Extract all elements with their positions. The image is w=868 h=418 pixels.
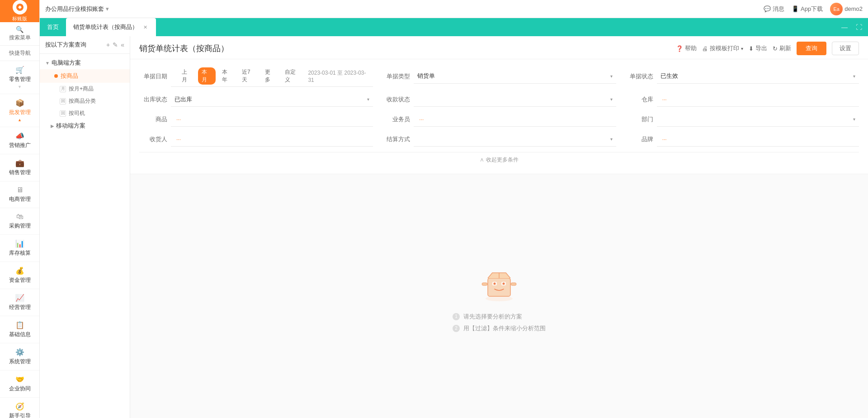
sidebar-item-marketing[interactable]: 📣 营销推广 xyxy=(0,127,39,154)
sidebar-item-system[interactable]: ⚙️ 系统管理 xyxy=(0,343,39,370)
svg-point-8 xyxy=(503,282,505,285)
help-btn[interactable]: ❓ 帮助 xyxy=(676,44,697,52)
filter-row-1: 单据日期 上月 本月 本年 近7天 更多 自定义 2023-03-01 至 20… xyxy=(139,66,859,87)
sidebar-item-operation[interactable]: 📈 经营管理 xyxy=(0,289,39,316)
tab-home[interactable]: 首页 xyxy=(40,18,66,36)
sidebar-item-enterprise[interactable]: 🤝 企业协同 xyxy=(0,370,39,398)
add-scheme-btn[interactable]: + xyxy=(106,41,110,48)
payment-control[interactable]: ▾ xyxy=(414,92,616,107)
brand-ellipsis-icon[interactable]: ··· xyxy=(662,136,667,142)
tree-item-by-month-product[interactable]: 月 按月+商品 xyxy=(40,83,130,95)
tip-text-1: 请先选择要分析的方案 xyxy=(463,313,522,321)
order-type-value: 销货单 xyxy=(417,72,435,80)
filter-row-4: 收货人 ··· 结算方式 ▾ 品牌 ··· xyxy=(139,132,859,147)
sidebar-item-purchase[interactable]: 🛍 采购管理 xyxy=(0,208,39,235)
quick-nav[interactable]: 快捷导航 xyxy=(0,46,39,61)
warehouse-ellipsis-icon[interactable]: ··· xyxy=(662,96,667,103)
order-status-control[interactable]: 已生效 ▾ xyxy=(657,69,859,84)
sidebar-item-finance[interactable]: 💰 资金管理 xyxy=(0,262,39,289)
refresh-btn[interactable]: ↻ 刷新 xyxy=(773,44,791,52)
page-actions: ❓ 帮助 🖨 按模板打印 ▾ ⬇ 导出 ↻ 刷新 xyxy=(676,42,859,55)
export-btn[interactable]: ⬇ 导出 xyxy=(749,44,767,52)
brand-control[interactable]: ··· xyxy=(657,132,859,147)
receiver-ellipsis-icon[interactable]: ··· xyxy=(176,136,181,142)
guide-icon: 🧭 xyxy=(15,402,24,411)
sidebar-item-label: 基础信息 xyxy=(9,331,31,338)
sidebar-item-label: 资金管理 xyxy=(9,276,31,284)
search-label: 搜索菜单 xyxy=(9,34,31,41)
order-status-value: 已生效 xyxy=(660,72,678,80)
tree-item-by-category[interactable]: 回 按商品分类 xyxy=(40,95,130,107)
tab-sales-stats[interactable]: 销货单统计表（按商品） ✕ xyxy=(66,18,156,36)
query-btn[interactable]: 查询 xyxy=(797,42,826,55)
sidebar-item-basic[interactable]: 📋 基础信息 xyxy=(0,316,39,343)
logo-icon xyxy=(13,0,27,14)
settle-control[interactable]: ▾ xyxy=(414,132,616,147)
tab-close-icon[interactable]: ✕ xyxy=(142,24,149,31)
app-logo: 标账版 xyxy=(0,0,40,22)
message-btn[interactable]: 💬 消息 xyxy=(764,5,784,13)
date-range: 2023-03-01 至 2023-03-31 xyxy=(308,69,369,83)
last-7days-btn[interactable]: 近7天 xyxy=(238,67,259,85)
sidebar-item-label: 销售管理 xyxy=(9,169,31,176)
topbar-right: 💬 消息 📱 App下载 Ea demo2 xyxy=(764,3,863,15)
brand-label: 品牌 xyxy=(625,135,657,143)
salesman-control[interactable]: ··· xyxy=(414,112,616,127)
goods-control[interactable]: ··· xyxy=(171,112,373,127)
app-download-btn[interactable]: 📱 App下载 xyxy=(792,5,823,13)
tab-minimize-btn[interactable]: — xyxy=(839,22,850,33)
sidebar-item-sales[interactable]: 💼 销售管理 xyxy=(0,154,39,181)
collapse-filter-btn[interactable]: ∧ 收起更多条件 xyxy=(139,152,859,167)
tree-item-by-driver[interactable]: 回 按司机 xyxy=(40,107,130,119)
sidebar-item-label: 电商管理 xyxy=(9,195,31,203)
sidebar-item-inventory[interactable]: 📊 库存核算 xyxy=(0,235,39,262)
system-icon: ⚙️ xyxy=(15,348,24,356)
current-month-btn[interactable]: 本月 xyxy=(198,67,215,85)
print-btn[interactable]: 🖨 按模板打印 ▾ xyxy=(702,44,743,52)
edit-scheme-btn[interactable]: ✎ xyxy=(113,41,118,48)
stock-dropdown-icon: ▾ xyxy=(367,97,369,102)
empty-tips: 1 请先选择要分析的方案 2 用【过滤】条件来缩小分析范围 xyxy=(453,313,546,332)
current-year-btn[interactable]: 本年 xyxy=(218,67,236,85)
tree-item-by-product[interactable]: 按商品 xyxy=(40,69,130,83)
order-type-control[interactable]: 销货单 ▾ xyxy=(414,69,616,84)
empty-tip-1: 1 请先选择要分析的方案 xyxy=(453,313,546,321)
sidebar-item-retail[interactable]: 🛒 零售管理 ▼ xyxy=(0,61,39,94)
goods-ellipsis-icon[interactable]: ··· xyxy=(176,116,181,123)
retail-icon: 🛒 xyxy=(15,66,24,74)
inventory-icon: 📊 xyxy=(15,239,24,248)
stock-control[interactable]: 已出库 ▾ xyxy=(171,92,373,107)
stock-value: 已出库 xyxy=(175,95,192,104)
sidebar-item-guide[interactable]: 🧭 新手引导 xyxy=(0,398,39,418)
wholesale-icon: 📦 xyxy=(15,99,24,107)
operation-icon: 📈 xyxy=(15,294,24,302)
date-label: 单据日期 xyxy=(139,72,171,81)
tab-maximize-btn[interactable]: ⛶ xyxy=(854,22,864,33)
settings-btn[interactable]: 设置 xyxy=(832,42,859,55)
custom-btn[interactable]: 自定义 xyxy=(281,67,304,85)
last-month-btn[interactable]: 上月 xyxy=(178,67,195,85)
download-icon: 📱 xyxy=(792,5,799,12)
collapse-panel-btn[interactable]: « xyxy=(121,41,124,48)
more-btn[interactable]: 更多 xyxy=(261,67,278,85)
sidebar: 标账版 🔍 搜索菜单 快捷导航 🛒 零售管理 ▼ 📦 批发管理 ▲ 📣 营销推广… xyxy=(0,0,40,418)
search-menu[interactable]: 🔍 搜索菜单 xyxy=(0,22,39,46)
warehouse-control[interactable]: ··· xyxy=(657,92,859,107)
dept-control[interactable]: ▾ xyxy=(657,112,859,127)
sidebar-item-label: 经营管理 xyxy=(9,304,31,311)
topbar: 办公用品行业模拟账套 ▾ 💬 消息 📱 App下载 Ea demo2 xyxy=(40,0,868,18)
tree-group-mobile[interactable]: ▶ 移动端方案 xyxy=(40,119,130,132)
help-icon: ❓ xyxy=(676,45,683,52)
tree-group-pc[interactable]: ▼ 电脑端方案 xyxy=(40,57,130,69)
payment-dropdown-icon: ▾ xyxy=(610,97,613,102)
payment-label: 收款状态 xyxy=(382,95,414,104)
ecommerce-icon: 🖥 xyxy=(16,186,24,194)
svg-rect-10 xyxy=(511,283,516,285)
user-menu[interactable]: Ea demo2 xyxy=(830,3,863,15)
sidebar-item-wholesale[interactable]: 📦 批发管理 ▲ xyxy=(0,94,39,127)
salesman-ellipsis-icon[interactable]: ··· xyxy=(419,116,424,123)
receiver-control[interactable]: ··· xyxy=(171,132,373,147)
dropdown-icon[interactable]: ▾ xyxy=(106,5,109,12)
tree-group-mobile-label: 移动端方案 xyxy=(56,122,85,130)
sidebar-item-ecommerce[interactable]: 🖥 电商管理 xyxy=(0,181,39,208)
